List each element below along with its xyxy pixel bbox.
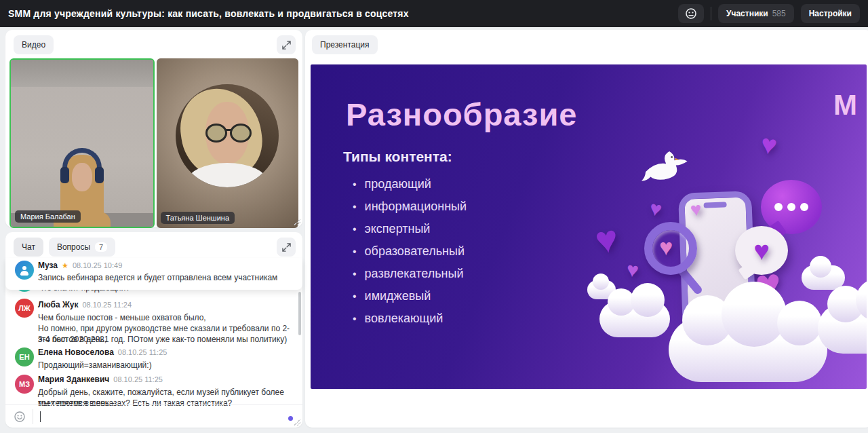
heart-icon: ♥ <box>659 236 673 259</box>
message-text: Чем больше постов - меньше охватов было, <box>38 312 292 323</box>
heart-icon: ♥ <box>627 288 642 307</box>
video-panel-label: Видео <box>14 35 54 54</box>
message-author: Елена Новоселова <box>38 347 114 357</box>
expand-icon <box>282 41 291 50</box>
webcam-video <box>11 60 153 227</box>
heart-icon: ♥ <box>753 237 770 264</box>
bullet-item: продающий <box>365 177 431 191</box>
participants-label: Участники <box>726 9 768 18</box>
participants-count: 585 <box>772 9 786 18</box>
settings-label: Настройки <box>809 9 852 18</box>
message-time: 08.10.25 11:25 <box>118 348 167 356</box>
chat-expand-button[interactable] <box>277 238 296 257</box>
slide-bullet-list: •продающий •информационный •экспертный •… <box>353 173 467 330</box>
video-panel: Видео <box>5 30 302 227</box>
heart-icon: ♥ <box>625 259 639 281</box>
video-tile-name: Мария Балабан <box>15 210 81 223</box>
presentation-panel-label: Презентация <box>312 35 378 54</box>
settings-button[interactable]: Настройки <box>801 4 860 23</box>
slide-title: Разнообразие <box>346 96 577 133</box>
avatar-video <box>157 58 299 228</box>
chat-tabs: Чат Вопросы 7 <box>14 238 115 257</box>
message-text: Продающий=заманивающий:) <box>38 360 292 371</box>
neutral-face-icon <box>685 7 697 20</box>
slide-subtitle: Типы контента: <box>343 149 452 165</box>
message-text: Запись вебинара ведется и будет отправле… <box>38 272 294 283</box>
video-tile-maria[interactable]: Мария Балабан <box>9 58 155 228</box>
chat-message-list[interactable]: Что значит продающий? ЛЖ Люба Жук 08.10.… <box>5 282 302 406</box>
avatar: МЗ <box>15 375 34 394</box>
webinar-app: SMM для учреждений культуры: как писать,… <box>0 0 868 433</box>
participants-button[interactable]: Участники 585 <box>718 4 794 23</box>
message-time: 08.10.25 11:24 <box>82 301 132 309</box>
webinar-title: SMM для учреждений культуры: как писать,… <box>8 8 409 19</box>
message-time: 08.10.25 10:49 <box>73 261 122 269</box>
avatar: ЕН <box>15 347 34 366</box>
tab-chat[interactable]: Чат <box>14 238 43 257</box>
bullet-item: вовлекающий <box>365 312 443 326</box>
dove-icon <box>639 147 692 187</box>
questions-count-badge: 7 <box>95 242 107 252</box>
expand-icon <box>282 243 291 252</box>
topbar: SMM для учреждений культуры: как писать,… <box>0 0 868 27</box>
chat-scrollbar[interactable] <box>298 292 301 335</box>
message-text: это был 2020-2021 год. ПОтом уже как-то … <box>38 334 292 345</box>
avatar-photo <box>176 84 279 187</box>
bullet-item: экспертный <box>365 222 431 236</box>
bullet-item: образовательный <box>365 244 465 259</box>
bullet-item: информационный <box>365 200 467 214</box>
avatar: ЛЖ <box>15 299 34 318</box>
video-tile-name: Татьяна Шеншина <box>161 212 235 224</box>
bullet-item: развлекательный <box>365 267 464 281</box>
reactions-button[interactable] <box>678 4 704 23</box>
chat-resize-handle[interactable] <box>294 419 300 426</box>
chat-bubble-icon <box>761 180 822 234</box>
message-time: 08.10.25 11:25 <box>113 375 163 383</box>
input-divider <box>33 409 33 424</box>
like-bubble-icon: ♥ <box>735 226 788 275</box>
avatar <box>15 261 34 280</box>
bullet-item: имиджевый <box>365 289 431 303</box>
person-icon <box>20 266 28 274</box>
video-tile-tatiana[interactable]: Татьяна Шеншина <box>157 58 299 228</box>
heart-icon: ♥ <box>648 198 664 221</box>
notification-dot <box>288 416 293 421</box>
pinned-message: Муза ★ 08.10.25 10:49 Запись вебинара ве… <box>5 258 302 290</box>
presentation-panel: Презентация Разнообразие Типы контента: … <box>305 30 868 428</box>
magnifier-icon: ♥ <box>644 222 697 275</box>
heart-icon: ♥ <box>593 219 620 260</box>
presentation-slide[interactable]: Разнообразие Типы контента: •продающий •… <box>311 64 867 389</box>
heart-icon: ♥ <box>753 261 783 307</box>
video-resize-handle[interactable] <box>294 219 300 225</box>
heart-icon: ♥ <box>759 130 778 159</box>
host-star-icon: ★ <box>62 261 68 270</box>
emoji-button[interactable] <box>14 411 26 423</box>
message-author: Люба Жук <box>38 300 78 309</box>
video-expand-button[interactable] <box>277 35 296 54</box>
tab-questions[interactable]: Вопросы 7 <box>49 238 115 257</box>
topbar-actions: Участники 585 Настройки <box>678 4 860 23</box>
glasses-icon <box>205 124 227 143</box>
chat-input[interactable] <box>5 404 302 428</box>
headphones-icon <box>62 148 102 168</box>
chat-panel: Чат Вопросы 7 Муза ★ 08.10.25 10:49 <box>5 232 302 428</box>
heart-icon: ♥ <box>690 200 703 220</box>
brand-logo: М <box>833 89 857 121</box>
text-cursor <box>40 411 41 422</box>
message-author: Муза <box>38 261 58 270</box>
message-author: Мария Зданкевич <box>38 375 109 384</box>
topbar-divider <box>711 7 711 20</box>
video-tiles: Мария Балабан Татьяна Шеншина <box>9 58 298 228</box>
phone-graphic <box>678 191 757 351</box>
